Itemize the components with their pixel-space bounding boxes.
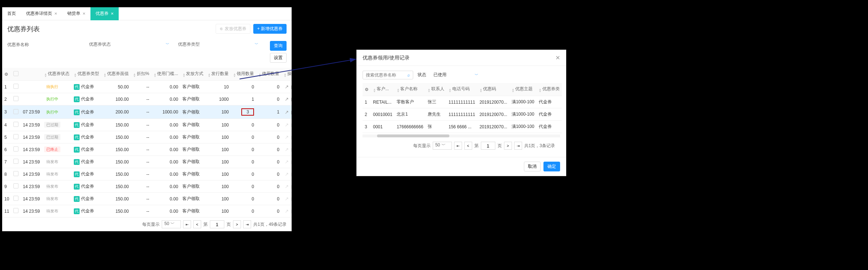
sort-icon[interactable]: ▲▼ bbox=[208, 73, 211, 78]
highlighted-value[interactable]: 3 bbox=[241, 108, 254, 116]
gear-icon[interactable]: ⚙ bbox=[4, 72, 8, 77]
sort-icon[interactable]: ▲▼ bbox=[373, 88, 376, 93]
column-header[interactable]: ▲▼发行数量 bbox=[206, 68, 231, 81]
row-checkbox[interactable] bbox=[13, 208, 18, 213]
column-header[interactable]: ▲▼优惠券面值 bbox=[101, 68, 131, 81]
sort-icon[interactable]: ▲▼ bbox=[133, 73, 136, 78]
close-icon[interactable]: ✕ bbox=[54, 12, 57, 16]
column-header[interactable]: ▲▼优惠券状态 bbox=[42, 68, 72, 81]
modal-per-page-select[interactable]: 50 ﹀ bbox=[433, 142, 452, 150]
last-page-button[interactable]: ⇥ bbox=[243, 220, 251, 228]
column-header[interactable]: ▲▼联系人 bbox=[425, 83, 446, 96]
receive-count[interactable]: 3 bbox=[231, 105, 256, 119]
column-header[interactable]: ▲▼优惠券类型 bbox=[72, 68, 101, 81]
column-header[interactable]: ▲▼发放方式 bbox=[180, 68, 206, 81]
column-header[interactable]: ▲▼优惠主题 bbox=[509, 83, 537, 96]
table-row[interactable]: 714 23:59待发布代代金券150.00--0.00客户领取10000↗▦ bbox=[2, 156, 292, 168]
table-row[interactable]: 1014 23:59待发布代代金券150.00--0.00客户领取10000↗▦ bbox=[2, 193, 292, 205]
column-header[interactable]: ▲▼操作 bbox=[281, 68, 292, 81]
query-button[interactable]: 查询 bbox=[270, 41, 287, 51]
sort-icon[interactable]: ▲▼ bbox=[44, 73, 47, 78]
table-row[interactable]: 3000117666666666张156 6666 ...2019120070.… bbox=[363, 121, 562, 133]
tab-3[interactable]: 优惠券✕ bbox=[90, 7, 119, 20]
prev-page-button[interactable]: < bbox=[464, 142, 472, 150]
receive-count[interactable]: 0 bbox=[231, 193, 256, 205]
table-row[interactable]: 307 23:59执行中代代金券200.00--1000.00客户领取10031… bbox=[2, 105, 292, 119]
receive-count[interactable]: 0 bbox=[231, 131, 256, 144]
prev-page-button[interactable]: < bbox=[193, 220, 201, 228]
row-checkbox[interactable] bbox=[13, 84, 18, 89]
horizontal-scrollbar[interactable] bbox=[363, 134, 560, 137]
confirm-button[interactable]: 确定 bbox=[543, 162, 560, 171]
distribute-coupon-button[interactable]: ⊕ 发放优惠券 bbox=[216, 24, 250, 34]
sort-icon[interactable]: ▲▼ bbox=[539, 88, 542, 93]
column-header[interactable]: ▲▼客户... bbox=[371, 83, 394, 96]
export-icon[interactable]: ↗ bbox=[285, 96, 289, 102]
close-icon[interactable]: ✕ bbox=[111, 12, 114, 16]
filter-name-input[interactable] bbox=[31, 41, 82, 48]
table-row[interactable]: 614 23:59已终止代代金券150.00--0.00客户领取10000↗▦ bbox=[2, 144, 292, 156]
row-checkbox[interactable] bbox=[13, 183, 18, 188]
row-checkbox[interactable] bbox=[13, 159, 18, 164]
table-row[interactable]: 414 23:59已过期代代金券150.00--0.00客户领取10000↗▦ bbox=[2, 119, 292, 131]
filter-status-select[interactable]: ﹀ bbox=[113, 41, 171, 47]
sort-icon[interactable]: ▲▼ bbox=[258, 73, 261, 78]
qr-icon[interactable]: ▦ bbox=[291, 84, 292, 90]
table-row[interactable]: 2执行中代代金券100.00--0.00客户领取100010↗▦ bbox=[2, 93, 292, 105]
receive-count[interactable]: 0 bbox=[231, 119, 256, 131]
row-checkbox[interactable] bbox=[13, 171, 18, 176]
column-header[interactable]: ▲▼使用数量 bbox=[256, 68, 281, 81]
sort-icon[interactable]: ▲▼ bbox=[74, 73, 77, 78]
row-checkbox[interactable] bbox=[13, 146, 18, 151]
page-input[interactable] bbox=[210, 220, 224, 228]
tab-1[interactable]: 优惠券详情页✕ bbox=[21, 7, 62, 20]
row-checkbox[interactable] bbox=[13, 109, 18, 114]
sort-icon[interactable]: ▲▼ bbox=[103, 73, 106, 78]
select-all-checkbox[interactable] bbox=[13, 71, 18, 76]
table-row[interactable]: 914 23:59待发布代代金券150.00--0.00客户领取10000↗▦ bbox=[2, 180, 292, 193]
receive-count[interactable]: 0 bbox=[231, 168, 256, 180]
sort-icon[interactable]: ▲▼ bbox=[449, 88, 452, 93]
table-row[interactable]: 514 23:59已过期代代金券150.00--0.00客户领取10000↗▦ bbox=[2, 131, 292, 144]
sort-icon[interactable]: ▲▼ bbox=[428, 88, 431, 93]
table-row[interactable]: 1RETAIL...零散客户张三111111111112019120070...… bbox=[363, 96, 562, 108]
filter-type-select[interactable]: ﹀ bbox=[202, 41, 260, 47]
close-icon[interactable]: ✕ bbox=[82, 12, 85, 16]
tab-2[interactable]: 销货单✕ bbox=[62, 7, 90, 20]
qr-icon[interactable]: ▦ bbox=[291, 96, 292, 102]
table-row[interactable]: 1114 23:59待发布代代金券150.00--0.00客户领取10000↗▦ bbox=[2, 205, 292, 217]
column-header[interactable]: ▲▼优惠券类 bbox=[537, 83, 562, 96]
settings-button[interactable]: 设置 bbox=[270, 53, 287, 63]
column-header[interactable]: ▲▼客户名称 bbox=[394, 83, 425, 96]
sort-icon[interactable]: ▲▼ bbox=[233, 73, 236, 78]
sort-icon[interactable]: ▲▼ bbox=[284, 73, 287, 78]
sort-icon[interactable]: ▲▼ bbox=[479, 88, 482, 93]
column-header[interactable]: ▲▼领用数量 bbox=[231, 68, 256, 81]
receive-count[interactable]: 0 bbox=[231, 144, 256, 156]
export-icon[interactable]: ↗ bbox=[285, 84, 289, 90]
receive-count[interactable]: 1 bbox=[231, 93, 256, 105]
row-checkbox[interactable] bbox=[13, 134, 18, 139]
table-row[interactable]: 1待执行代代金券50.00--0.00客户领取1000↗▦ bbox=[2, 81, 292, 93]
first-page-button[interactable]: ⇤ bbox=[183, 220, 191, 228]
receive-count[interactable]: 0 bbox=[231, 156, 256, 168]
table-row[interactable]: 200010001北京1唐先生111111111112019120070...满… bbox=[363, 108, 562, 121]
sort-icon[interactable]: ▲▼ bbox=[153, 73, 156, 78]
column-header[interactable]: ▲▼电话号码 bbox=[446, 83, 477, 96]
receive-count[interactable]: 0 bbox=[231, 205, 256, 217]
row-checkbox[interactable] bbox=[13, 196, 18, 201]
modal-status-select[interactable]: 已使用 ﹀ bbox=[431, 70, 481, 79]
first-page-button[interactable]: ⇤ bbox=[454, 142, 462, 150]
table-row[interactable]: 814 23:59待发布代代金券150.00--0.00客户领取10000↗▦ bbox=[2, 168, 292, 180]
row-checkbox[interactable] bbox=[13, 96, 18, 101]
per-page-select[interactable]: 50 ﹀ bbox=[162, 220, 181, 228]
add-coupon-button[interactable]: + 新增优惠券 bbox=[253, 24, 287, 34]
gear-icon[interactable]: ⚙ bbox=[365, 87, 369, 92]
sort-icon[interactable]: ▲▼ bbox=[182, 73, 185, 78]
sort-icon[interactable]: ▲▼ bbox=[512, 88, 515, 93]
cancel-button[interactable]: 取消 bbox=[524, 162, 541, 171]
receive-count[interactable]: 0 bbox=[231, 81, 256, 93]
modal-search-input[interactable]: ⌕ bbox=[363, 71, 413, 79]
sort-icon[interactable]: ▲▼ bbox=[397, 88, 399, 93]
close-icon[interactable]: ✕ bbox=[555, 54, 560, 61]
